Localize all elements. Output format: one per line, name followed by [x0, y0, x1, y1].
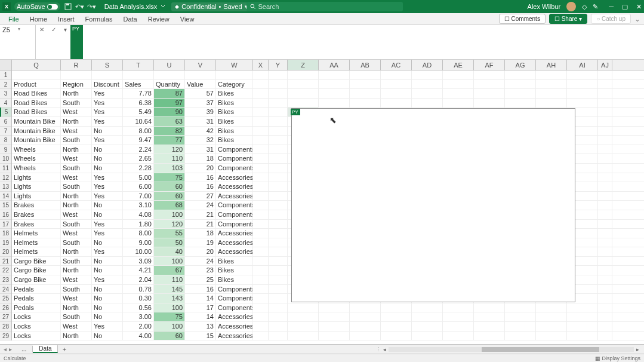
cell[interactable]: [505, 80, 536, 89]
cell[interactable]: 2.28: [123, 164, 154, 173]
cell[interactable]: [269, 220, 288, 229]
cell[interactable]: Yes: [92, 322, 123, 331]
scroll-right-icon[interactable]: ▸: [636, 346, 639, 352]
cell[interactable]: [269, 266, 288, 275]
cell[interactable]: [253, 145, 269, 154]
row-header-27[interactable]: 27: [0, 312, 11, 322]
cell[interactable]: [253, 192, 269, 201]
cell[interactable]: 20: [185, 247, 216, 256]
cell[interactable]: [253, 154, 269, 163]
cell[interactable]: [598, 145, 612, 154]
sheet-tab-overflow[interactable]: ...: [16, 346, 33, 352]
cell[interactable]: [350, 312, 381, 321]
autosave-toggle[interactable]: AutoSave: [14, 2, 60, 11]
cell[interactable]: [253, 127, 269, 136]
row-header-12[interactable]: 12: [0, 173, 11, 183]
share-button[interactable]: ☐ Share ▾: [549, 14, 587, 24]
add-sheet-button[interactable]: ＋: [58, 345, 71, 354]
cell[interactable]: [598, 201, 612, 210]
cell[interactable]: Pedals: [12, 285, 61, 294]
cell[interactable]: [381, 303, 412, 312]
cell[interactable]: [381, 80, 412, 89]
cell[interactable]: No: [92, 294, 123, 303]
cell[interactable]: [269, 312, 288, 321]
cell[interactable]: [598, 136, 612, 145]
cell[interactable]: [412, 322, 443, 331]
cell[interactable]: [253, 275, 269, 284]
cell[interactable]: Components: [216, 164, 253, 173]
row-header-29[interactable]: 29: [0, 332, 11, 341]
cell[interactable]: [505, 322, 536, 331]
save-icon[interactable]: [64, 2, 72, 11]
cell[interactable]: [350, 89, 381, 98]
cell[interactable]: No: [92, 201, 123, 210]
cell[interactable]: 3.00: [123, 312, 154, 321]
column-header-R[interactable]: R: [61, 60, 92, 70]
cell[interactable]: [154, 70, 185, 79]
cell[interactable]: [474, 89, 505, 98]
cell[interactable]: Road Bikes: [12, 108, 61, 116]
row-header-28[interactable]: 28: [0, 322, 11, 332]
cell[interactable]: North: [61, 117, 92, 126]
cell[interactable]: 5.00: [123, 173, 154, 182]
search-input[interactable]: [258, 3, 399, 10]
cell[interactable]: Yes: [92, 192, 123, 201]
cell[interactable]: [253, 238, 269, 247]
cell[interactable]: [350, 99, 381, 108]
cell[interactable]: [443, 332, 474, 340]
cell[interactable]: [253, 99, 269, 108]
cell[interactable]: 21: [185, 220, 216, 229]
tab-view[interactable]: View: [175, 14, 199, 24]
close-icon[interactable]: ✕: [636, 3, 642, 11]
cell[interactable]: Bikes: [216, 136, 253, 145]
cell[interactable]: [598, 220, 612, 229]
cell[interactable]: 7.78: [123, 89, 154, 98]
cell[interactable]: 120: [154, 220, 185, 229]
cell[interactable]: 18: [185, 154, 216, 163]
column-header-AH[interactable]: AH: [536, 60, 567, 70]
cell[interactable]: Road Bikes: [12, 99, 61, 108]
cell[interactable]: South: [61, 285, 92, 294]
cell[interactable]: 19: [185, 238, 216, 247]
cell[interactable]: 110: [154, 154, 185, 163]
cell[interactable]: North: [61, 266, 92, 275]
cell[interactable]: 6.38: [123, 99, 154, 108]
cell[interactable]: [319, 70, 350, 79]
cell[interactable]: Brakes: [12, 220, 61, 229]
cell[interactable]: [598, 312, 612, 321]
cell[interactable]: 10.64: [123, 117, 154, 126]
cell[interactable]: Components: [216, 154, 253, 163]
cell[interactable]: [598, 108, 612, 116]
cell[interactable]: 31: [185, 145, 216, 154]
cell[interactable]: 27: [185, 192, 216, 201]
cell[interactable]: [269, 285, 288, 294]
cell[interactable]: 67: [154, 266, 185, 275]
cell[interactable]: [253, 201, 269, 210]
scrollbar-thumb[interactable]: [482, 347, 599, 352]
cell[interactable]: [412, 70, 443, 79]
cell[interactable]: 16: [185, 285, 216, 294]
cell[interactable]: [319, 322, 350, 331]
cell[interactable]: 0.30: [123, 294, 154, 303]
column-header-AC[interactable]: AC: [381, 60, 412, 70]
display-settings[interactable]: ▦ Display Settings: [595, 355, 640, 361]
column-header-AJ[interactable]: AJ: [598, 60, 612, 70]
cell[interactable]: North: [61, 89, 92, 98]
cell[interactable]: 2.24: [123, 145, 154, 154]
cell[interactable]: 23: [185, 266, 216, 275]
cell[interactable]: Brakes: [12, 210, 61, 219]
horizontal-scrollbar[interactable]: ⋮ ◂ ▸: [375, 346, 644, 352]
cell[interactable]: [598, 303, 612, 312]
cell[interactable]: 39: [185, 108, 216, 116]
cell[interactable]: West: [61, 210, 92, 219]
cell[interactable]: Bikes: [216, 117, 253, 126]
cell[interactable]: [92, 70, 123, 79]
cell[interactable]: Sales: [123, 80, 154, 89]
cell[interactable]: Helmets: [12, 247, 61, 256]
row-header-3[interactable]: 3: [0, 89, 11, 99]
cell[interactable]: [319, 99, 350, 108]
column-header-V[interactable]: V: [185, 60, 216, 70]
cell[interactable]: [253, 294, 269, 303]
tab-home[interactable]: Home: [25, 14, 52, 24]
cell[interactable]: Yes: [92, 117, 123, 126]
